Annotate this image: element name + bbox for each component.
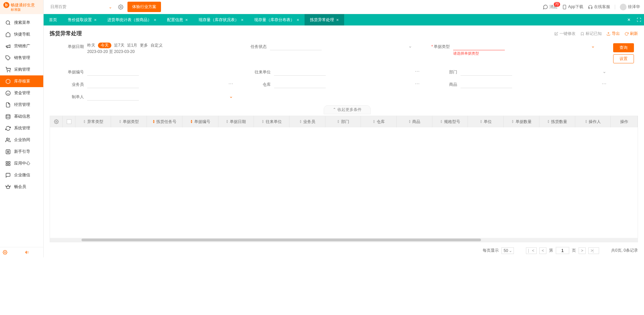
table-column-header[interactable]: ▲▼拣货数量 (539, 116, 575, 127)
page-number-input[interactable] (556, 247, 569, 254)
bill-type-select[interactable] (453, 43, 505, 50)
sort-icon: ▲▼ (262, 120, 264, 124)
tab[interactable]: 现存量（库存分布表）✕ (249, 14, 305, 25)
fullscreen-button[interactable] (634, 14, 644, 25)
tab[interactable]: 售价提取设置✕ (62, 14, 102, 25)
svg-point-0 (6, 21, 10, 24)
more-icon[interactable]: ⋯ (228, 81, 233, 86)
table-column-header[interactable]: ▲▼拣货任务号 (147, 116, 182, 127)
refresh-button[interactable]: 刷新 (625, 31, 638, 37)
salesman-select[interactable] (87, 80, 139, 88)
chevron-down-icon: ⌄ (509, 248, 512, 253)
tab[interactable]: 现存量（库存状况表）✕ (193, 14, 249, 25)
nav-item-doc[interactable]: 经营管理 (0, 99, 43, 111)
collapse-filters-button[interactable]: ⌃ 收起更多条件 (324, 105, 371, 114)
nav-item-search[interactable]: 搜索菜单 (0, 17, 43, 28)
date-option[interactable]: 昨天 (87, 43, 95, 48)
table-header: ▲▼异常类型▲▼单据类型▲▼拣货任务号▲▼单据编号▲▼单据日期▲▼往来单位▲▼业… (50, 116, 638, 127)
filter-label-warehouse: 仓库 (247, 80, 271, 87)
page-next-button[interactable]: > (579, 247, 586, 254)
table-column-header[interactable]: ▲▼往来单位 (254, 116, 289, 127)
date-option[interactable]: 今天 (98, 43, 111, 48)
table-column-header[interactable]: ▲▼仓库 (361, 116, 396, 127)
tab[interactable]: 进货单统计表（按商品）✕ (102, 14, 162, 25)
settings-button[interactable]: 设置 (613, 54, 634, 63)
more-icon[interactable]: ⋯ (602, 81, 606, 86)
table-column-header[interactable]: ▲▼单据日期 (218, 116, 254, 127)
scrollbar-thumb[interactable] (82, 239, 481, 241)
tab-close-button[interactable]: ✕ (154, 18, 156, 22)
table-column-header[interactable]: ▲▼单据数量 (504, 116, 539, 127)
nav-item-vip[interactable]: 畅会员 (0, 181, 43, 193)
date-option[interactable]: 近7天 (114, 43, 124, 48)
guide-icon (5, 149, 11, 154)
industry-cta-button[interactable]: 体验行业方案 (127, 2, 161, 12)
table-column-header[interactable]: ▲▼业务员 (289, 116, 325, 127)
export-button[interactable]: 导出 (606, 31, 620, 37)
page-prev-button[interactable]: < (539, 247, 546, 254)
tab-close-button[interactable]: ✕ (241, 18, 244, 22)
user-menu[interactable]: 徐泽华 (620, 4, 640, 10)
table-column-header[interactable]: ▲▼部门 (325, 116, 361, 127)
maker-select[interactable] (87, 93, 139, 101)
mark-known-button[interactable]: 标记已知 (580, 31, 602, 37)
tab-close-button[interactable]: ✕ (94, 18, 97, 22)
table-column-header[interactable]: 操作 (611, 116, 638, 127)
nav-item-chat[interactable]: 企业微信 (0, 169, 43, 181)
org-selector[interactable]: 日用百货 ⌄ (48, 3, 115, 11)
warehouse-select[interactable] (274, 80, 326, 88)
page-first-button[interactable]: ⎸< (526, 247, 537, 254)
column-label: 拣货任务号 (156, 119, 176, 125)
nav-item-apps[interactable]: 应用中心 (0, 158, 43, 169)
more-icon[interactable]: ⋯ (415, 81, 420, 86)
dept-select[interactable] (461, 68, 512, 76)
horizontal-scrollbar[interactable] (50, 238, 638, 242)
nav-item-box[interactable]: 库存核算 (0, 75, 43, 87)
nav-item-cart[interactable]: 采购管理 (0, 64, 43, 75)
app-download-label: App下载 (568, 4, 583, 10)
nav-item-money[interactable]: 资金管理 (0, 87, 43, 99)
table-column-header[interactable]: ▲▼异常类型 (75, 116, 111, 127)
nav-item-db[interactable]: 基础信息 (0, 111, 43, 122)
table-settings-button[interactable] (50, 116, 63, 127)
page-last-button[interactable]: >⎸ (588, 247, 599, 254)
sidebar-collapse-button[interactable] (22, 247, 44, 257)
tab-close-all-button[interactable]: ✕ (624, 14, 634, 25)
nav-item-guide[interactable]: 新手引导 (0, 146, 43, 158)
tab-close-button[interactable]: ✕ (185, 18, 188, 22)
query-button[interactable]: 查询 (613, 43, 634, 52)
nav-item-team[interactable]: 企业协同 (0, 134, 43, 146)
nav-item-tag[interactable]: 销售管理 (0, 52, 43, 64)
table-column-header[interactable]: ▲▼商品 (397, 116, 432, 127)
support-button[interactable]: 在线客服 (588, 4, 610, 10)
nav-item-home[interactable]: 快捷导航 (0, 28, 43, 40)
date-option[interactable]: 自定义 (151, 43, 163, 48)
sidebar-settings-button[interactable] (0, 247, 22, 257)
sort-icon: ▲▼ (337, 120, 340, 124)
app-download-button[interactable]: App下载 (562, 4, 583, 10)
task-status-select[interactable] (270, 43, 322, 50)
tab[interactable]: 拣货异常处理✕ (305, 14, 344, 25)
tab[interactable]: 配置信息✕ (162, 14, 193, 25)
partner-select[interactable] (274, 68, 326, 76)
table-column-header[interactable]: ▲▼操作人 (575, 116, 611, 127)
bill-no-input[interactable] (87, 68, 139, 76)
date-option[interactable]: 近1月 (127, 43, 138, 48)
table-column-header[interactable]: ▲▼规格型号 (432, 116, 468, 127)
select-all-checkbox[interactable] (63, 116, 75, 127)
org-settings-button[interactable] (117, 3, 125, 11)
nav-item-sync[interactable]: 系统管理 (0, 122, 43, 134)
tab[interactable]: 首页 (44, 14, 62, 25)
batch-edit-button[interactable]: 一键修改 (554, 31, 576, 37)
nav-item-megaphone[interactable]: 营销推广 (0, 40, 43, 52)
tab-close-button[interactable]: ✕ (336, 18, 339, 22)
tab-close-button[interactable]: ✕ (297, 18, 299, 22)
table-column-header[interactable]: ▲▼单位 (468, 116, 503, 127)
table-column-header[interactable]: ▲▼单据编号 (182, 116, 218, 127)
messages-button[interactable]: 消息 70 (543, 4, 557, 10)
more-icon[interactable]: ⋯ (415, 69, 420, 74)
date-option[interactable]: 更多 (140, 43, 148, 48)
per-page-select[interactable]: 50 ⌄ (501, 247, 514, 254)
goods-select[interactable] (461, 80, 512, 88)
table-column-header[interactable]: ▲▼单据类型 (111, 116, 147, 127)
